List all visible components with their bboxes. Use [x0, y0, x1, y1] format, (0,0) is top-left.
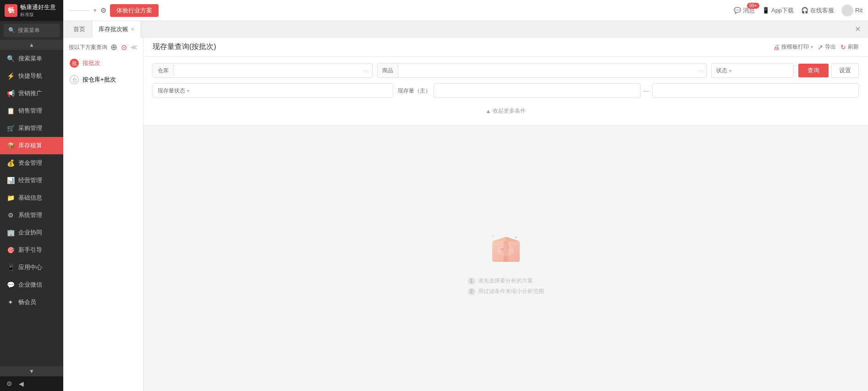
- sidebar-item-wechat[interactable]: 💬 企业微信: [0, 276, 63, 293]
- sidebar-search[interactable]: 🔍 搜索菜单: [4, 24, 60, 37]
- inventory-status-caret-icon: ▾: [187, 88, 189, 93]
- print-btn[interactable]: 🖨 按模板打印 ▾: [773, 43, 813, 51]
- sidebar-item-newbie[interactable]: 🎯 新手引导: [0, 241, 63, 259]
- sidebar-header: 畅 畅康通好生意 标准版: [0, 0, 63, 21]
- sidebar-item-sales[interactable]: 📋 销售管理: [0, 102, 63, 119]
- inventory-qty-filter: 现存量（主） —: [398, 83, 859, 98]
- message-icon: 💬: [734, 7, 741, 14]
- product-input[interactable]: [398, 67, 695, 74]
- empty-state: ? ? ✦ ✦ ✦ 1 请先选择要分析的方案 2 用过滤条: [143, 125, 868, 391]
- step2-text: 用过滤条件来缩小分析范围: [478, 288, 544, 295]
- sidebar-item-enterprise[interactable]: 🏢 企业协同: [0, 224, 63, 241]
- messages-btn[interactable]: 💬 消息 99+: [734, 6, 755, 15]
- print-icon: 🖨: [773, 43, 780, 51]
- svg-text:✦: ✦: [519, 244, 522, 248]
- by-batch-label: 按批次: [82, 59, 100, 67]
- empty-illustration: ? ? ✦ ✦ ✦: [478, 218, 533, 273]
- filter-section: 仓库 ··· 商品 ··· 状态 ▾ 查询 设置: [143, 57, 868, 125]
- sidebar-item-finance[interactable]: 💰 资金管理: [0, 154, 63, 172]
- online-service-btn[interactable]: 🎧 在线客服: [801, 6, 834, 15]
- topbar-gear-icon[interactable]: ⚙: [100, 6, 106, 15]
- marketing-label: 营销推广: [18, 89, 42, 98]
- scheme-item-by-warehouse-batch[interactable]: 仓 按仓库+批次: [63, 71, 143, 88]
- finance-label: 资金管理: [18, 159, 42, 167]
- page-title: 现存量查询(按批次): [153, 42, 216, 52]
- basics-label: 基础信息: [18, 194, 42, 202]
- refresh-btn[interactable]: ↻ 刷新: [841, 43, 859, 51]
- app-download-label: App下载: [771, 6, 794, 15]
- sidebar-item-operations[interactable]: 📊 经营管理: [0, 172, 63, 189]
- right-panel: 现存量查询(按批次) 🖨 按模板打印 ▾ ↗ 导出 ↻ 刷新: [143, 38, 868, 391]
- filter-row-2: 现存量状态 ▾ 现存量（主） —: [153, 83, 859, 98]
- product-more[interactable]: ···: [695, 68, 706, 73]
- svg-text:?: ?: [507, 245, 510, 250]
- sidebar-nav: 🔍 搜索菜单 ⚡ 快捷导航 📢 营销推广 📋 销售管理 🛒 采购管理 📦 库存核…: [0, 50, 63, 366]
- status-filter[interactable]: 状态 ▾: [711, 63, 794, 78]
- sidebar-item-inventory[interactable]: 📦 库存核算: [0, 137, 63, 154]
- inventory-qty-min[interactable]: [434, 83, 641, 98]
- sidebar-item-vip[interactable]: ✦ 畅会员: [0, 293, 63, 311]
- app-download-btn[interactable]: 📱 App下载: [762, 6, 794, 15]
- settings-scheme-icon[interactable]: ⊙: [121, 43, 127, 52]
- content-area: 按以下方案查询 ⊕ ⊙ ≪ 批 按批次 仓 按仓库+批次 现存量查询(按批次): [63, 38, 868, 391]
- inventory-qty-max[interactable]: [652, 83, 859, 98]
- export-btn[interactable]: ↗ 导出: [818, 43, 836, 51]
- sidebar-item-purchase[interactable]: 🛒 采购管理: [0, 119, 63, 137]
- step1-text: 请先选择要分析的方案: [478, 277, 533, 285]
- search-icon: 🔍: [8, 27, 15, 33]
- by-warehouse-batch-label: 按仓库+批次: [82, 76, 116, 84]
- sidebar-scroll-up[interactable]: ▲: [0, 40, 63, 50]
- inventory-label: 库存核算: [18, 141, 42, 150]
- sidebar-footer: ⚙ ◀: [0, 376, 63, 391]
- scheme-item-by-batch[interactable]: 批 按批次: [63, 55, 143, 71]
- sidebar-item-quick-nav[interactable]: ⚡ 快捷导航: [0, 67, 63, 85]
- warehouse-filter[interactable]: 仓库 ···: [153, 63, 373, 78]
- inventory-status-filter[interactable]: 现存量状态 ▾: [153, 83, 393, 98]
- user-menu[interactable]: Rit: [841, 5, 863, 16]
- print-dropdown-icon[interactable]: ▾: [811, 44, 813, 49]
- page-actions: 🖨 按模板打印 ▾ ↗ 导出 ↻ 刷新: [773, 43, 859, 51]
- sidebar-item-marketing[interactable]: 📢 营销推广: [0, 85, 63, 102]
- inventory-qty-separator: —: [643, 87, 649, 94]
- app-icon: 📱: [762, 7, 769, 14]
- add-scheme-icon[interactable]: ⊕: [110, 42, 117, 52]
- quick-nav-icon: ⚡: [6, 72, 15, 80]
- sidebar-item-search[interactable]: 🔍 搜索菜单: [0, 50, 63, 67]
- collapse-panel-icon[interactable]: ≪: [131, 43, 137, 51]
- inventory-qty-label: 现存量（主）: [398, 87, 431, 95]
- settings-icon[interactable]: ⚙: [6, 380, 12, 387]
- quick-nav-label: 快捷导航: [18, 72, 42, 80]
- exp-btn[interactable]: 体验行业方案: [110, 4, 159, 17]
- sidebar-scroll-down[interactable]: ▼: [0, 366, 63, 376]
- warehouse-more[interactable]: ···: [361, 68, 372, 73]
- collapse-icon[interactable]: ◀: [19, 380, 24, 387]
- sidebar-item-basics[interactable]: 📁 基础信息: [0, 189, 63, 206]
- export-icon: ↗: [818, 43, 823, 51]
- tab-inventory-batch[interactable]: 库存批次账 ×: [92, 21, 141, 38]
- breadcrumb: ─────: [69, 7, 90, 14]
- collapse-bar[interactable]: ▲ 收起更多条件: [153, 103, 859, 119]
- panel-close-btn[interactable]: ✕: [855, 25, 861, 33]
- status-caret-icon: ▾: [729, 68, 731, 73]
- inventory-icon: 📦: [6, 141, 15, 150]
- product-filter[interactable]: 商品 ···: [377, 63, 707, 78]
- topbar-dropdown-icon[interactable]: ▾: [93, 7, 97, 14]
- tab-close-icon[interactable]: ×: [131, 26, 134, 33]
- tab-inventory-batch-label: 库存批次账: [99, 25, 128, 33]
- sidebar-logo: 畅: [5, 4, 17, 17]
- tab-close-area: ✕: [851, 25, 864, 33]
- tabs-bar: 首页 库存批次账 × ✕: [63, 21, 868, 38]
- tab-home[interactable]: 首页: [67, 21, 92, 38]
- operations-icon: 📊: [6, 176, 15, 185]
- sidebar-item-system[interactable]: ⚙ 系统管理: [0, 206, 63, 224]
- settings-btn[interactable]: 设置: [831, 63, 859, 78]
- query-btn[interactable]: 查询: [798, 64, 829, 77]
- sales-label: 销售管理: [18, 107, 42, 115]
- newbie-icon: 🎯: [6, 246, 15, 254]
- system-icon: ⚙: [6, 211, 15, 219]
- step2-num: 2: [468, 288, 475, 295]
- warehouse-input[interactable]: [174, 67, 361, 74]
- brand-name: 畅康通好生意: [20, 4, 56, 11]
- sidebar: 畅 畅康通好生意 标准版 🔍 搜索菜单 ▲ 🔍 搜索菜单 ⚡ 快捷导航 📢 营销…: [0, 0, 63, 391]
- sidebar-item-app-center[interactable]: 📱 应用中心: [0, 259, 63, 276]
